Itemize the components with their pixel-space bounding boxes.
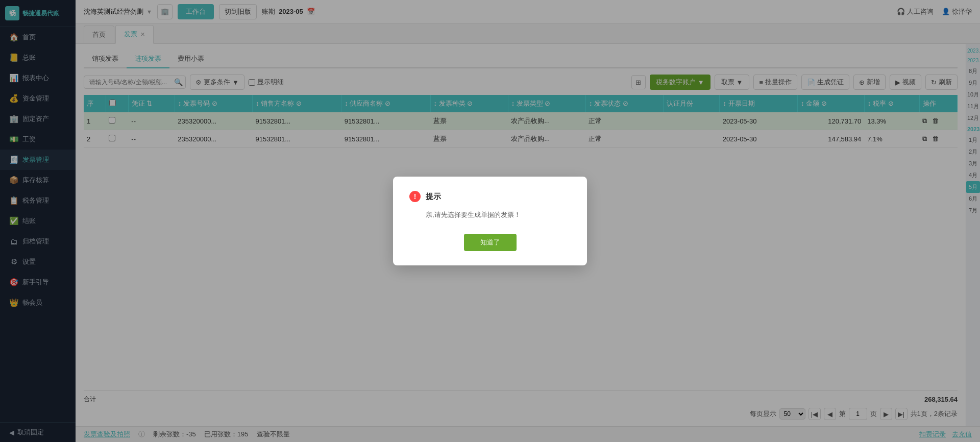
modal-message: 亲,请先选择要生成单据的发票！ xyxy=(426,211,521,218)
modal-footer: 知道了 xyxy=(409,234,571,251)
modal-overlay[interactable]: ! 提示 亲,请先选择要生成单据的发票！ 知道了 xyxy=(0,0,980,442)
modal-title: 提示 xyxy=(426,192,441,202)
modal-body: 亲,请先选择要生成单据的发票！ xyxy=(409,210,571,219)
modal-dialog: ! 提示 亲,请先选择要生成单据的发票！ 知道了 xyxy=(393,177,587,265)
modal-header: ! 提示 xyxy=(409,191,571,202)
modal-warning-icon: ! xyxy=(409,191,421,202)
modal-confirm-button[interactable]: 知道了 xyxy=(464,234,517,251)
